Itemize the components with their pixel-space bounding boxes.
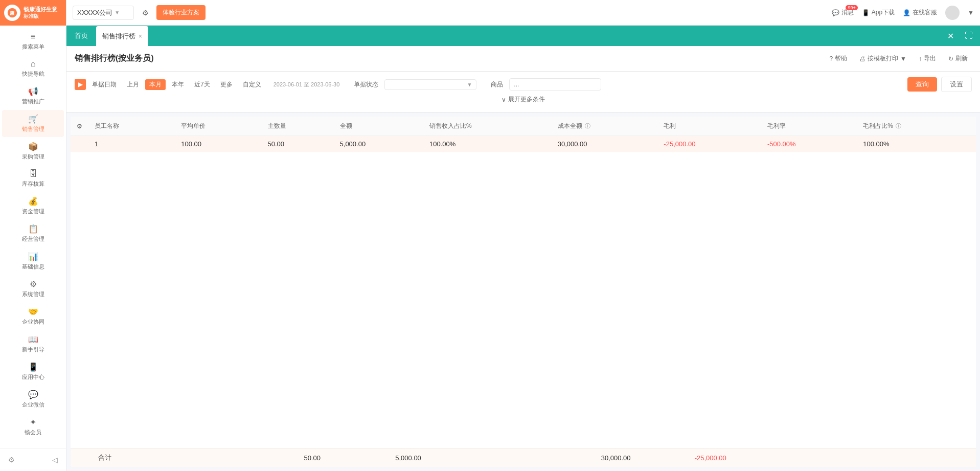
sidebar-item-enterprise[interactable]: 🤝企业协同 — [2, 303, 64, 330]
row-avg-price: 100.00 — [175, 136, 261, 152]
sidebar-label-purchase: 采购管理 — [22, 153, 44, 161]
date-tab-this-year[interactable]: 本年 — [168, 79, 188, 90]
help-icon: ? — [829, 55, 833, 62]
settings-bottom-btn[interactable]: ⚙ — [4, 453, 18, 467]
date-tab-more[interactable]: 更多 — [216, 79, 237, 90]
service-icon: 👤 — [903, 9, 910, 16]
sidebar-label-operation: 经营管理 — [22, 235, 44, 243]
tab-close-btn[interactable]: × — [139, 33, 142, 40]
app-download-label: App下载 — [872, 8, 895, 17]
sidebar-icon-app-center: 📱 — [28, 362, 38, 372]
message-badge: 99+ — [846, 5, 857, 10]
status-select-arrow-icon: ▼ — [467, 82, 472, 87]
product-input[interactable] — [509, 78, 601, 91]
table-header-row: ⚙ 员工名称 平均单价 主数量 全额 销售收入占比% 成本全额 ⓘ 毛利 毛利率… — [71, 117, 976, 136]
tabbar-right: ✕ ⛶ — [943, 29, 980, 43]
expand-icon: ∨ — [502, 96, 506, 103]
col-gross-pct: 毛利占比% ⓘ — [857, 117, 976, 136]
gross-pct-info-icon[interactable]: ⓘ — [896, 123, 901, 129]
footer-cost: 30,000.00 — [595, 453, 689, 463]
row-cost: 30,000.00 — [552, 136, 658, 152]
sidebar-icon-basic-info: 📊 — [28, 252, 38, 261]
sidebar-item-guide[interactable]: 📖新手引导 — [2, 330, 64, 357]
sidebar-item-system[interactable]: ⚙系统管理 — [2, 275, 64, 302]
sidebar-icon-finance: 💰 — [28, 196, 38, 206]
collapse-row: ∨ 展开更多条件 — [75, 92, 972, 107]
sidebar-icon-system: ⚙ — [30, 279, 37, 289]
date-tab-7days[interactable]: 近7天 — [190, 79, 214, 90]
date-tab-last-month[interactable]: 上月 — [123, 79, 143, 90]
page-header-actions: ? 帮助 🖨 按模板打印 ▼ ↑ 导出 ↻ 刷新 — [825, 52, 972, 65]
date-tab-current-month[interactable]: 本月 — [145, 79, 166, 90]
sidebar-label-system: 系统管理 — [22, 290, 44, 298]
sidebar-item-enterprise-wechat[interactable]: 💬企业微信 — [2, 386, 64, 413]
sidebar-item-marketing[interactable]: 📢营销推广 — [2, 82, 64, 109]
sidebar-icon-enterprise: 🤝 — [28, 307, 38, 317]
col-avg-price: 平均单价 — [175, 117, 261, 136]
page-content: 销售排行榜(按业务员) ? 帮助 🖨 按模板打印 ▼ ↑ 导出 ↻ 刷新 — [66, 46, 980, 471]
refresh-label: 刷新 — [955, 54, 968, 63]
query-button[interactable]: 查询 — [907, 77, 937, 92]
sidebar-item-quick-nav[interactable]: ⌂快捷导航 — [2, 55, 64, 82]
row-sales-pct: 100.00% — [423, 136, 552, 152]
online-service-label: 在线客服 — [913, 8, 937, 17]
collapse-sidebar-btn[interactable]: ◁ — [48, 453, 62, 467]
col-gross-rate: 毛利率 — [761, 117, 857, 136]
message-btn[interactable]: 💬 消息 99+ — [832, 8, 854, 17]
sidebar-item-app-center[interactable]: 📱应用中心 — [2, 358, 64, 385]
sidebar-item-sales[interactable]: 🛒销售管理 — [2, 110, 64, 137]
sidebar-logo: 康 畅康通好生意 标准版 — [0, 0, 66, 26]
footer-amount: 5,000.00 — [389, 453, 481, 463]
online-service-btn[interactable]: 👤 在线客服 — [903, 8, 937, 17]
table-footer: 合计 50.00 5,000.00 30,000.00 -25,000.00 — [71, 448, 976, 467]
company-selector[interactable]: XXXXX公司 ▼ — [73, 6, 134, 20]
data-table: ⚙ 员工名称 平均单价 主数量 全额 销售收入占比% 成本全额 ⓘ 毛利 毛利率… — [71, 117, 976, 152]
footer-gross: -25,000.00 — [689, 453, 787, 463]
tab-home[interactable]: 首页 — [66, 26, 96, 46]
refresh-btn[interactable]: ↻ 刷新 — [944, 52, 972, 65]
row-gross-pct: 100.00% — [857, 136, 976, 152]
filter-toggle-btn[interactable]: ▶ — [75, 79, 86, 90]
expand-more-btn[interactable]: ∨ 展开更多条件 — [502, 95, 545, 104]
sidebar-item-operation[interactable]: 📋经营管理 — [2, 220, 64, 247]
footer-label: 合计 — [92, 453, 207, 463]
tab-sales-ranking[interactable]: 销售排行榜 × — [96, 26, 148, 47]
sidebar-label-search-order: 搜索菜单 — [22, 43, 44, 51]
row-gross-rate: -500.00% — [761, 136, 857, 152]
sidebar-label-sales: 销售管理 — [22, 125, 44, 133]
date-tab-custom[interactable]: 自定义 — [239, 79, 265, 90]
sidebar-icon-operation: 📋 — [28, 224, 38, 234]
sidebar-label-enterprise-wechat: 企业微信 — [22, 401, 44, 409]
export-label: 导出 — [924, 54, 936, 63]
sidebar-icon-purchase: 📦 — [28, 142, 38, 151]
help-btn[interactable]: ? 帮助 — [825, 52, 851, 65]
sidebar-item-finance[interactable]: 💰资金管理 — [2, 192, 64, 219]
export-btn[interactable]: ↑ 导出 — [915, 52, 940, 65]
sidebar-label-finance: 资金管理 — [22, 208, 44, 215]
row-index: 1 — [88, 136, 175, 152]
sidebar-item-search-order[interactable]: ≡搜索菜单 — [2, 28, 64, 55]
sidebar-icon-guide: 📖 — [28, 334, 38, 344]
settings-small-button[interactable]: 设置 — [941, 77, 972, 92]
sidebar-item-basic-info[interactable]: 📊基础信息 — [2, 248, 64, 275]
print-btn[interactable]: 🖨 按模板打印 ▼ — [855, 52, 910, 65]
topbar-settings-btn[interactable]: ⚙ — [138, 6, 152, 20]
sidebar-item-member[interactable]: ✦畅会员 — [2, 413, 64, 440]
user-avatar[interactable] — [945, 6, 960, 20]
cost-info-icon[interactable]: ⓘ — [585, 123, 590, 129]
product-filter-label: 商品 — [491, 80, 503, 89]
tab-fullscreen-btn[interactable]: ⛶ — [962, 29, 976, 43]
status-select[interactable]: ▼ — [384, 79, 476, 90]
col-sales-pct: 销售收入占比% — [423, 117, 552, 136]
tab-close-all-btn[interactable]: ✕ — [943, 29, 958, 43]
table-row: 1 100.00 50.00 5,000.00 100.00% 30,000.0… — [71, 136, 976, 152]
sidebar-item-inventory[interactable]: 🗄库存核算 — [2, 165, 64, 192]
user-menu-btn[interactable]: ▼ — [968, 9, 974, 16]
tabbar: 首页 销售排行榜 × ✕ ⛶ — [66, 26, 980, 46]
app-download-btn[interactable]: 📱 App下载 — [862, 8, 895, 17]
product-input-field[interactable] — [514, 81, 597, 88]
expand-label: 展开更多条件 — [508, 95, 545, 104]
topbar-right: 💬 消息 99+ 📱 App下载 👤 在线客服 ▼ — [832, 6, 974, 20]
trial-button[interactable]: 体验行业方案 — [156, 5, 206, 20]
sidebar-item-purchase[interactable]: 📦采购管理 — [2, 138, 64, 165]
